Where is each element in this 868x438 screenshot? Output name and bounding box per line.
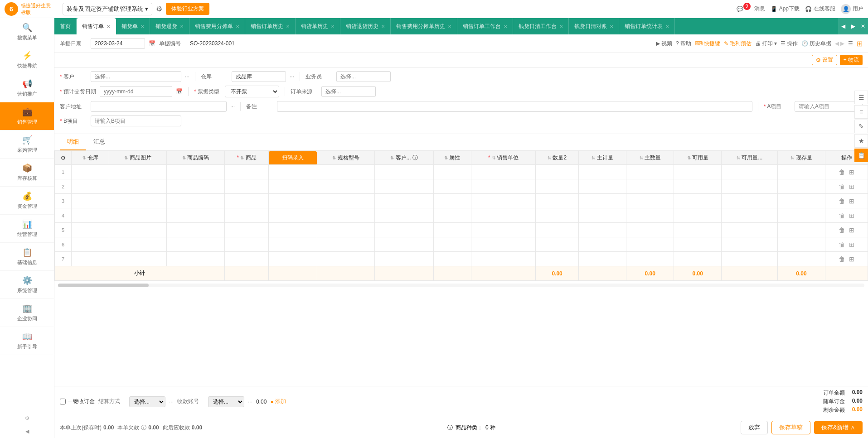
sidebar-item-inventory[interactable]: 📦 库存核算 — [0, 159, 54, 187]
row-7-delete[interactable]: 🗑 — [837, 255, 846, 264]
history-action[interactable]: 🕐 历史单据 — [801, 40, 831, 48]
row-3-copy[interactable]: ⊞ — [848, 197, 856, 206]
tab-return-history[interactable]: 销货退货历史 ✕ — [340, 18, 391, 34]
tab-close-sales-invoice[interactable]: ✕ — [141, 24, 144, 29]
row-1-product[interactable] — [224, 165, 269, 179]
tab-sales-invoice[interactable]: 销货单 ✕ — [116, 18, 150, 34]
sidebar-item-finance[interactable]: 💰 资金管理 — [0, 187, 54, 215]
row-1-customer-no[interactable] — [375, 165, 434, 179]
sidebar-item-marketing[interactable]: 📢 营销推广 — [0, 74, 54, 102]
row-1-main-unit[interactable] — [579, 165, 626, 179]
delivery-calendar-icon[interactable]: 📅 — [176, 88, 183, 95]
profit-action[interactable]: ✎ 毛利预估 — [724, 40, 752, 48]
tab-home[interactable]: 首页 — [54, 18, 77, 34]
order-source-input[interactable] — [321, 86, 376, 97]
row-1-warehouse[interactable] — [72, 165, 109, 179]
tab-expense-history[interactable]: 销售费用分摊单历史 ✕ — [391, 18, 457, 34]
sidebar-item-operations[interactable]: 📊 经营管理 — [0, 215, 54, 243]
print-action[interactable]: 🖨 打印 ▾ — [755, 40, 777, 48]
customer-more[interactable]: ··· — [185, 73, 189, 80]
app-download-item[interactable]: 📱 App下载 — [771, 5, 800, 13]
payment-method-more[interactable]: ··· — [169, 399, 174, 405]
tab-next-button[interactable]: ▶ — [848, 18, 858, 34]
row-1-attr[interactable] — [433, 165, 471, 179]
sidebar-item-search[interactable]: 🔍 搜索菜单 — [0, 18, 54, 46]
float-btn-1[interactable]: ☰ — [854, 91, 868, 104]
tab-sales-order[interactable]: 销售订单 ✕ — [77, 18, 116, 34]
row-4-copy[interactable]: ⊞ — [848, 211, 856, 220]
tab-prev-button[interactable]: ◀ — [838, 18, 848, 34]
float-btn-3[interactable]: ✎ — [854, 120, 868, 133]
row-2-delete[interactable]: 🗑 — [837, 182, 846, 191]
tab-close-order-history[interactable]: ✕ — [286, 24, 290, 29]
row-1-unit[interactable] — [471, 165, 535, 179]
notification-item[interactable]: 💬 9 消息 — [737, 5, 765, 13]
sidebar-item-system[interactable]: ⚙️ 系统管理 — [0, 271, 54, 299]
sidebar-bottom-gear[interactable]: ⚙ — [0, 412, 54, 425]
b-project-input[interactable] — [91, 116, 181, 126]
tab-daily-workbench[interactable]: 钱货日清工作台 ✕ — [513, 18, 569, 34]
row-1-main-qty[interactable] — [626, 165, 674, 179]
solution-button[interactable]: 体验行业方案 — [166, 3, 209, 15]
tab-close-daily-reconcile[interactable]: ✕ — [610, 24, 613, 29]
one-click-checkbox[interactable] — [60, 399, 66, 404]
preview-action[interactable]: ▶ 视频 — [656, 40, 672, 48]
settings-button[interactable]: ⚙ 设置 — [812, 55, 837, 65]
address-more[interactable]: ··· — [230, 103, 235, 110]
sidebar-item-enterprise[interactable]: 🏢 企业协同 — [0, 299, 54, 327]
payment-method-select[interactable]: 选择... — [129, 396, 165, 407]
warehouse-more[interactable]: ··· — [290, 73, 294, 80]
account-select[interactable]: 选择... — [208, 396, 244, 407]
account-more[interactable]: ··· — [248, 399, 252, 405]
customer-input[interactable] — [91, 71, 181, 82]
tab-stats[interactable]: 销售订单统计表 ✕ — [619, 18, 675, 34]
tab-close-order-workbench[interactable]: ✕ — [504, 24, 507, 29]
row-6-copy[interactable]: ⊞ — [848, 240, 856, 249]
a-project-input[interactable] — [795, 101, 863, 112]
tab-sales-return[interactable]: 销货退货 ✕ — [150, 18, 189, 34]
shortcut-action[interactable]: ⌨ 快捷键 — [695, 40, 720, 48]
system-title[interactable]: 装备及固定资产辅助管理系统 ▾ — [63, 3, 152, 15]
tab-expense-split[interactable]: 销售费用分摊单 ✕ — [189, 18, 245, 34]
save-new-button[interactable]: 保存&新增 ∧ — [814, 421, 863, 434]
one-click-checkbox-label[interactable]: 一键收订金 — [60, 398, 95, 405]
online-service-item[interactable]: 🎧 在线客服 — [805, 5, 835, 13]
float-btn-2[interactable]: ≡ — [854, 105, 868, 119]
delivery-date-input[interactable] — [100, 86, 172, 97]
tab-order-workbench[interactable]: 销售订单工作台 ✕ — [457, 18, 513, 34]
expand-icon[interactable]: ☰ — [848, 40, 853, 47]
date-input[interactable] — [91, 38, 145, 49]
sidebar-item-basic[interactable]: 📋 基础信息 — [0, 243, 54, 271]
row-1-copy[interactable]: ⊞ — [848, 168, 856, 177]
tab-order-history[interactable]: 销售订单历史 ✕ — [245, 18, 296, 34]
row-1-qty2[interactable] — [536, 165, 579, 179]
tab-daily-reconcile[interactable]: 钱货日清对账 ✕ — [569, 18, 619, 34]
tab-close-sales-return[interactable]: ✕ — [180, 24, 184, 29]
tab-invoice-history[interactable]: 销货单历史 ✕ — [296, 18, 340, 34]
sidebar-item-purchase[interactable]: 🛒 采购管理 — [0, 130, 54, 159]
row-1-spec[interactable] — [317, 165, 374, 179]
row-1-code[interactable] — [167, 165, 224, 179]
invoice-type-select[interactable]: 不开票 增值税专用发票 普通发票 — [225, 86, 279, 97]
sidebar-item-quicknav[interactable]: ⚡ 快捷导航 — [0, 46, 54, 74]
save-draft-button[interactable]: 保存草稿 — [771, 421, 810, 434]
address-input[interactable] — [91, 101, 227, 112]
sidebar-collapse[interactable]: ◀ — [0, 425, 54, 438]
help-action[interactable]: ? 帮助 — [676, 40, 691, 48]
row-5-delete[interactable]: 🗑 — [837, 226, 846, 235]
tab-detail[interactable]: 明细 — [60, 134, 86, 150]
tab-close-expense-history[interactable]: ✕ — [448, 24, 451, 29]
tab-menu-button[interactable]: ✕ — [858, 18, 868, 34]
operations-action[interactable]: ☰ 操作 — [781, 40, 798, 48]
row-5-copy[interactable]: ⊞ — [848, 226, 856, 235]
fullscreen-icon[interactable]: ⊞ — [857, 39, 863, 48]
col-gear-icon[interactable]: ⚙ — [61, 155, 66, 161]
float-btn-5[interactable]: 📋 — [854, 149, 868, 162]
tab-close-return-history[interactable]: ✕ — [381, 24, 385, 29]
add-logistics-button[interactable]: + 物流 — [840, 55, 863, 65]
staff-input[interactable] — [336, 71, 391, 82]
tab-summary[interactable]: 汇总 — [86, 134, 112, 150]
row-7-copy[interactable]: ⊞ — [848, 255, 856, 264]
remarks-input[interactable] — [277, 101, 752, 112]
tab-close-stats[interactable]: ✕ — [665, 24, 669, 29]
